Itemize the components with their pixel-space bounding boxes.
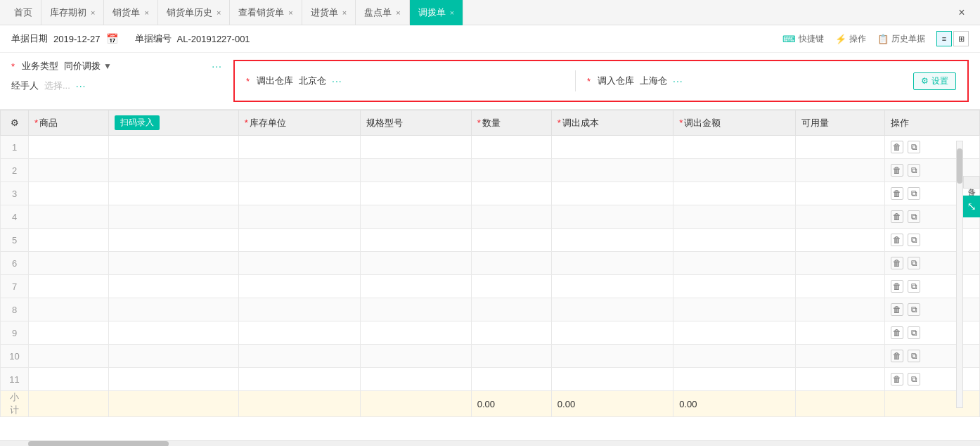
cell-product[interactable] (29, 159, 109, 182)
cell-cost[interactable] (551, 252, 673, 275)
cell-product[interactable] (29, 136, 109, 159)
cell-product[interactable] (29, 345, 109, 368)
cell-available[interactable] (795, 229, 885, 252)
copy-icon[interactable]: ⧉ (908, 303, 920, 316)
note-sidebar-button[interactable]: 备注 (963, 176, 980, 189)
cell-scan[interactable] (109, 229, 239, 252)
delete-icon[interactable]: 🗑 (891, 373, 903, 386)
cell-unit[interactable] (238, 298, 360, 321)
cell-quantity[interactable] (471, 159, 551, 182)
cell-amount[interactable] (673, 136, 795, 159)
layout-grid-button[interactable]: ⊞ (953, 31, 969, 46)
business-type-more[interactable]: ··· (212, 60, 222, 72)
cell-unit[interactable] (238, 345, 360, 368)
cell-quantity[interactable] (471, 275, 551, 298)
cell-cost[interactable] (551, 321, 673, 345)
delete-icon[interactable]: 🗑 (891, 141, 903, 153)
cell-unit[interactable] (238, 136, 360, 159)
horizontal-scrollbar[interactable] (0, 440, 980, 446)
cell-scan[interactable] (109, 252, 239, 275)
cell-amount[interactable] (673, 205, 795, 229)
copy-icon[interactable]: ⧉ (908, 234, 920, 246)
tab-close-purchase-order[interactable]: × (342, 8, 347, 17)
cell-cost[interactable] (551, 368, 673, 391)
cell-amount[interactable] (673, 275, 795, 298)
cell-product[interactable] (29, 321, 109, 345)
cell-cost[interactable] (551, 205, 673, 229)
cell-available[interactable] (795, 182, 885, 205)
copy-icon[interactable]: ⧉ (908, 257, 920, 269)
shortcut-button[interactable]: ⌨ 快捷键 (782, 33, 824, 45)
cell-quantity[interactable] (471, 368, 551, 391)
warehouse-in-more[interactable]: ··· (673, 75, 683, 87)
cell-amount[interactable] (673, 298, 795, 321)
cell-scan[interactable] (109, 205, 239, 229)
cell-quantity[interactable] (471, 345, 551, 368)
calendar-icon[interactable]: 📅 (106, 33, 118, 44)
cell-product[interactable] (29, 229, 109, 252)
tab-view-sales[interactable]: 查看销货单 × (230, 0, 302, 25)
cell-available[interactable] (795, 275, 885, 298)
table-wrapper[interactable]: ⚙ 商品 扫码录入 库存单位 规格型号 数量 调出成本 调出金额 可用量 操作 … (0, 109, 980, 440)
cell-spec[interactable] (361, 345, 471, 368)
cell-product[interactable] (29, 275, 109, 298)
cell-unit[interactable] (238, 229, 360, 252)
delete-icon[interactable]: 🗑 (891, 187, 903, 200)
tab-home[interactable]: 首页 (6, 0, 41, 25)
copy-icon[interactable]: ⧉ (908, 164, 920, 177)
cell-available[interactable] (795, 345, 885, 368)
cell-quantity[interactable] (471, 298, 551, 321)
copy-icon[interactable]: ⧉ (908, 326, 920, 339)
scroll-thumb[interactable] (28, 441, 169, 446)
tab-close-sales-history[interactable]: × (217, 8, 221, 17)
cell-cost[interactable] (551, 182, 673, 205)
copy-icon[interactable]: ⧉ (908, 210, 920, 223)
cell-unit[interactable] (238, 252, 360, 275)
cell-scan[interactable] (109, 182, 239, 205)
cell-unit[interactable] (238, 368, 360, 391)
cell-quantity[interactable] (471, 321, 551, 345)
delete-icon[interactable]: 🗑 (891, 350, 903, 362)
cell-spec[interactable] (361, 229, 471, 252)
cell-quantity[interactable] (471, 252, 551, 275)
cell-quantity[interactable] (471, 136, 551, 159)
cell-spec[interactable] (361, 136, 471, 159)
cell-amount[interactable] (673, 368, 795, 391)
copy-icon[interactable]: ⧉ (908, 373, 920, 386)
tab-purchase-order[interactable]: 进货单 × (302, 0, 356, 25)
cell-cost[interactable] (551, 136, 673, 159)
cell-available[interactable] (795, 136, 885, 159)
cell-amount[interactable] (673, 182, 795, 205)
cell-unit[interactable] (238, 275, 360, 298)
cell-cost[interactable] (551, 159, 673, 182)
cell-cost[interactable] (551, 229, 673, 252)
layout-list-button[interactable]: ≡ (936, 31, 952, 46)
cell-spec[interactable] (361, 321, 471, 345)
business-type-arrow[interactable]: ▼ (103, 61, 112, 71)
cell-scan[interactable] (109, 159, 239, 182)
expand-sidebar-button[interactable]: ⤢ (963, 196, 980, 217)
cell-available[interactable] (795, 159, 885, 182)
copy-icon[interactable]: ⧉ (908, 187, 920, 200)
cell-spec[interactable] (361, 368, 471, 391)
cell-unit[interactable] (238, 321, 360, 345)
cell-cost[interactable] (551, 275, 673, 298)
warehouse-settings-button[interactable]: ⚙ 设置 (913, 72, 956, 90)
delete-icon[interactable]: 🗑 (891, 210, 903, 223)
cell-product[interactable] (29, 182, 109, 205)
cell-scan[interactable] (109, 321, 239, 345)
cell-amount[interactable] (673, 321, 795, 345)
tab-sales-order[interactable]: 销货单 × (104, 0, 157, 25)
cell-spec[interactable] (361, 275, 471, 298)
cell-spec[interactable] (361, 159, 471, 182)
cell-spec[interactable] (361, 205, 471, 229)
cell-unit[interactable] (238, 182, 360, 205)
delete-icon[interactable]: 🗑 (891, 257, 903, 269)
scan-button[interactable]: 扫码录入 (115, 115, 160, 130)
cell-amount[interactable] (673, 229, 795, 252)
tab-close-inventory-init[interactable]: × (91, 8, 95, 17)
tab-sales-history[interactable]: 销货单历史 × (158, 0, 230, 25)
delete-icon[interactable]: 🗑 (891, 280, 903, 293)
tab-close-view-sales[interactable]: × (288, 8, 292, 17)
tab-stocktake[interactable]: 盘点单 × (356, 0, 409, 25)
